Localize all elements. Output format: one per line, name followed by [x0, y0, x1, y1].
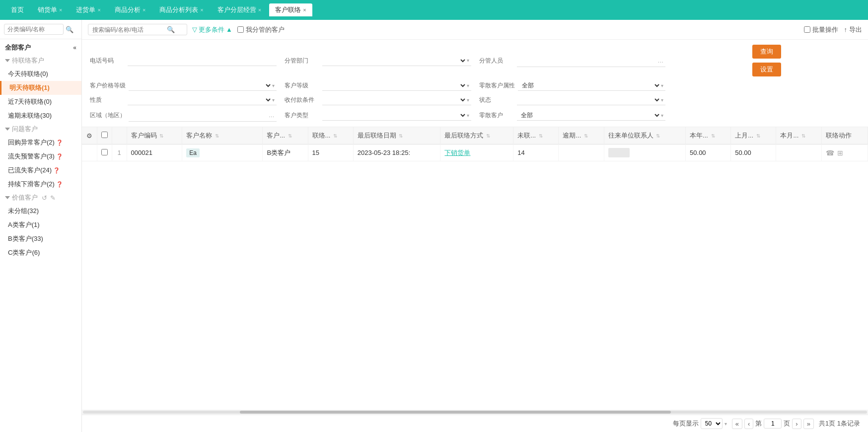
- collapse-icon[interactable]: «: [73, 44, 76, 51]
- row-last-contact-method[interactable]: 下销货单: [440, 144, 513, 161]
- overdue-th[interactable]: 逾期... ⇅: [559, 127, 604, 144]
- help-icon[interactable]: ❓: [56, 181, 63, 188]
- search-icon[interactable]: 🔍: [167, 26, 175, 33]
- action-th: 联络动作: [821, 127, 868, 144]
- my-customers-check[interactable]: [237, 26, 244, 33]
- row-checkbox[interactable]: [101, 149, 108, 155]
- status-label: 状态: [479, 96, 514, 104]
- nav-item-3[interactable]: 商品分析列表 ×: [153, 3, 209, 16]
- last-contact-link[interactable]: 下销货单: [444, 149, 470, 156]
- sidebar-item-c-class[interactable]: C类客户(6): [0, 246, 81, 260]
- customer-level-select-input[interactable]: [324, 81, 467, 89]
- phone-input[interactable]: [128, 56, 277, 66]
- refresh-icon[interactable]: ↺: [42, 194, 47, 202]
- last-month-th[interactable]: 上月... ⇅: [731, 127, 776, 144]
- retail-customer-select[interactable]: 全部 ▾: [517, 110, 666, 121]
- page-input[interactable]: [764, 419, 782, 429]
- sidebar-item-declining[interactable]: 持续下滑客户(2) ❓: [0, 177, 81, 191]
- close-icon[interactable]: ×: [143, 7, 145, 13]
- search-icon[interactable]: 🔍: [66, 26, 73, 33]
- sidebar-item-overdue[interactable]: 逾期未联络(30): [0, 109, 81, 123]
- batch-op-check[interactable]: [804, 26, 810, 33]
- gender-select-input[interactable]: [130, 96, 272, 104]
- close-icon[interactable]: ×: [59, 7, 62, 13]
- sidebar-item-tomorrow[interactable]: 明天待联络(1): [0, 81, 81, 95]
- all-customers-title[interactable]: 全部客户 «: [0, 39, 81, 54]
- contact-person-th[interactable]: 往来单位联系人 ⇅: [604, 127, 685, 144]
- phone-action-icon[interactable]: ☎: [826, 149, 834, 157]
- payment-select[interactable]: ▾: [322, 95, 471, 105]
- help-icon[interactable]: ❓: [56, 153, 63, 160]
- edit-icon[interactable]: ✎: [50, 194, 56, 202]
- help-icon[interactable]: ❓: [53, 167, 60, 174]
- retail-attr-select-input[interactable]: 全部: [520, 81, 661, 89]
- more-icon[interactable]: …: [657, 57, 663, 64]
- gender-select[interactable]: ▾: [128, 95, 277, 105]
- close-icon[interactable]: ×: [97, 7, 100, 13]
- contacts-th[interactable]: 联络... ⇅: [308, 127, 353, 144]
- prev-page-btn[interactable]: ‹: [744, 419, 753, 429]
- price-level-select-input[interactable]: [131, 81, 272, 89]
- content-area: 🔍 ▽ 更多条件 ▲ 我分管的客户 批量操作 ↑ 导出: [82, 20, 868, 432]
- this-month-th[interactable]: 本月... ⇅: [776, 127, 821, 144]
- nav-item-4[interactable]: 客户分层经营 ×: [212, 3, 267, 16]
- customer-type-select[interactable]: ▾: [322, 110, 471, 121]
- sidebar-item-today[interactable]: 今天待联络(0): [0, 67, 81, 81]
- query-button[interactable]: 查询: [752, 45, 781, 59]
- last-page-btn[interactable]: »: [803, 419, 814, 429]
- nav-item-2[interactable]: 商品分析 ×: [109, 3, 151, 16]
- name-th[interactable]: 客户名称 ⇅: [182, 127, 263, 144]
- next-page-btn[interactable]: ›: [792, 419, 801, 429]
- sidebar-item-ungroup[interactable]: 未分组(32): [0, 204, 81, 218]
- dept-select[interactable]: ▾: [322, 56, 471, 66]
- code-th[interactable]: 客户编码 ⇅: [127, 127, 182, 144]
- help-icon[interactable]: ❓: [56, 140, 63, 146]
- retail-attr-select[interactable]: 全部 ▾: [518, 80, 666, 91]
- nav-item-5[interactable]: 客户联络 ×: [269, 3, 312, 16]
- sidebar-item-a-class[interactable]: A类客户(1): [0, 218, 81, 232]
- my-customers-checkbox[interactable]: 我分管的客户: [237, 25, 285, 34]
- page-size-select[interactable]: 50: [701, 418, 723, 429]
- sidebar-item-7days[interactable]: 近7天待联络(0): [0, 95, 81, 109]
- status-select[interactable]: ▾: [517, 95, 666, 105]
- no-contact-th[interactable]: 未联... ⇅: [513, 127, 559, 144]
- nav-home[interactable]: 首页: [5, 3, 30, 16]
- sidebar-search-input[interactable]: [4, 24, 64, 35]
- more-icon[interactable]: …: [269, 112, 275, 119]
- settings-th[interactable]: ⚙: [82, 127, 97, 144]
- type-th[interactable]: 客户... ⇅: [263, 127, 308, 144]
- more-conditions-btn[interactable]: ▽ 更多条件 ▲: [192, 25, 232, 34]
- export-btn[interactable]: ↑ 导出: [844, 25, 863, 34]
- price-level-select[interactable]: ▾: [129, 80, 277, 91]
- sidebar-item-b-class[interactable]: B类客户(33): [0, 232, 81, 246]
- nav-item-0[interactable]: 销货单 ×: [32, 3, 68, 16]
- nav-item-1[interactable]: 进货单 ×: [70, 3, 106, 16]
- sidebar-item-churn-warning[interactable]: 流失预警客户(3) ❓: [0, 149, 81, 163]
- this-year-th[interactable]: 本年... ⇅: [686, 127, 731, 144]
- person-input[interactable]: [519, 56, 658, 66]
- batch-op-btn[interactable]: 批量操作: [804, 25, 838, 34]
- retail-customer-select-input[interactable]: 全部: [519, 111, 661, 119]
- customer-type-select-input[interactable]: [324, 111, 467, 119]
- scrollbar-area[interactable]: [82, 410, 868, 415]
- settings-button[interactable]: 设置: [752, 63, 781, 76]
- sidebar-item-abnormal[interactable]: 回购异常客户(2) ❓: [0, 136, 81, 149]
- grid-action-icon[interactable]: ⊞: [837, 149, 843, 157]
- close-icon[interactable]: ×: [200, 7, 203, 13]
- select-all-checkbox[interactable]: [101, 132, 108, 138]
- last-contact-method-th[interactable]: 最后联络方式 ⇅: [440, 127, 513, 144]
- dept-select-input[interactable]: [324, 57, 467, 65]
- close-icon[interactable]: ×: [303, 7, 306, 13]
- search-input[interactable]: [92, 26, 167, 33]
- first-page-btn[interactable]: «: [732, 419, 742, 429]
- sort-icon: ⇅: [288, 133, 292, 139]
- region-input[interactable]: [131, 110, 269, 120]
- customer-level-select[interactable]: ▾: [322, 80, 471, 91]
- status-select-input[interactable]: [519, 96, 661, 104]
- payment-select-input[interactable]: [324, 96, 467, 104]
- export-icon: ↑: [844, 26, 848, 33]
- scrollbar-thumb[interactable]: [240, 411, 671, 414]
- last-contact-date-th[interactable]: 最后联络日期 ⇅: [353, 127, 440, 144]
- sidebar-item-churned[interactable]: 已流失客户(24) ❓: [0, 163, 81, 177]
- close-icon[interactable]: ×: [258, 7, 261, 13]
